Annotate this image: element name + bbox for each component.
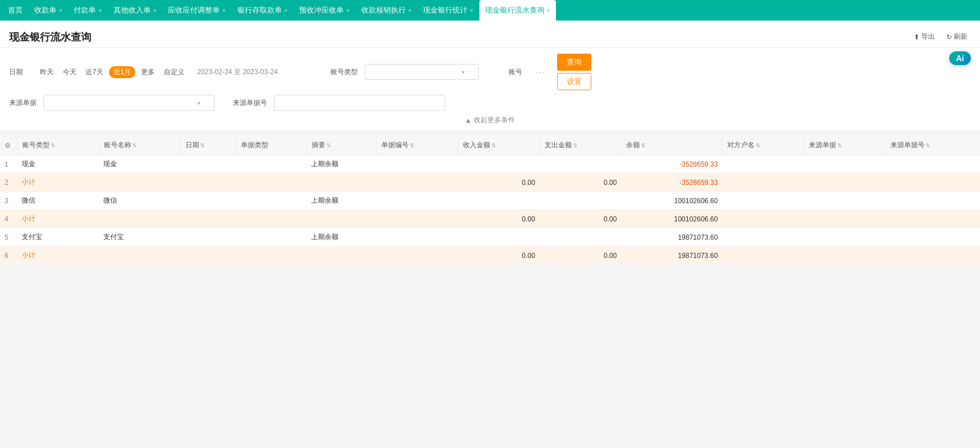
row-counterpart [723, 210, 804, 228]
col-source-doc[interactable]: 来源单据⇅ [804, 136, 886, 155]
table-header-row: ⚙ 账号类型⇅ 账号名称⇅ 日期⇅ 单据类型 摘要⇅ 单据编号⇅ 收入金额⇅ 支… [0, 136, 980, 155]
close-icon[interactable]: × [222, 7, 225, 14]
filter-row-date: 日期 昨天 今天 近7天 近1月 更多 自定义 2023-02-24 至 202… [9, 54, 971, 90]
col-account-type[interactable]: 账号类型⇅ [17, 136, 99, 155]
row-expense: 0.00 [540, 210, 622, 228]
row-doc-number [377, 210, 458, 228]
row-source-doc-num [886, 228, 980, 247]
row-account-name: 微信 [99, 192, 180, 210]
row-number: 5 [0, 228, 17, 247]
page-title: 现金银行流水查询 [9, 30, 91, 44]
col-expense[interactable]: 支出金额⇅ [540, 136, 622, 155]
close-icon[interactable]: × [470, 7, 473, 14]
close-icon[interactable]: × [98, 7, 102, 14]
col-date[interactable]: 日期⇅ [180, 136, 236, 155]
row-doc-number [377, 247, 458, 265]
row-income: 0.00 [458, 247, 540, 265]
table-row: 1 现金 现金 上期余额 -3528659.33 [0, 155, 980, 173]
source-doc-number-input[interactable] [274, 95, 445, 111]
export-icon: ⬆ [914, 33, 919, 41]
row-balance: -3528659.33 [622, 173, 723, 192]
col-account-name[interactable]: 账号名称⇅ [99, 136, 180, 155]
table-row: 5 支付宝 支付宝 上期余额 19871073.60 [0, 228, 980, 247]
close-icon[interactable]: × [59, 7, 62, 14]
table-row: 3 微信 微信 上期余额 100102606.60 [0, 192, 980, 210]
close-icon[interactable]: × [284, 7, 288, 14]
close-icon[interactable]: × [408, 7, 412, 14]
row-expense [540, 192, 622, 210]
refresh-button[interactable]: ↻ 刷新 [943, 31, 971, 43]
data-table-container: ⚙ 账号类型⇅ 账号名称⇅ 日期⇅ 单据类型 摘要⇅ 单据编号⇅ 收入金额⇅ 支… [0, 136, 980, 265]
ai-badge[interactable]: Ai [949, 51, 971, 65]
row-source-doc-num [886, 173, 980, 192]
source-doc-label: 来源单据 [9, 98, 37, 108]
date-label: 日期 [9, 67, 30, 77]
row-balance: 100102606.60 [622, 210, 723, 228]
col-gear: ⚙ [0, 136, 17, 155]
row-summary: 上期余额 [306, 155, 376, 173]
row-source-doc-num [886, 210, 980, 228]
row-doc-number [377, 173, 458, 192]
col-source-doc-num[interactable]: 来源单据号⇅ [886, 136, 980, 155]
row-account-type: 微信 [17, 192, 99, 210]
date-7days[interactable]: 近7天 [82, 66, 107, 78]
row-counterpart [723, 173, 804, 192]
row-date [180, 210, 236, 228]
row-date [180, 192, 236, 210]
col-summary[interactable]: 摘要⇅ [306, 136, 376, 155]
col-doc-number[interactable]: 单据编号⇅ [377, 136, 458, 155]
col-income[interactable]: 收入金额⇅ [458, 136, 540, 155]
date-yesterday[interactable]: 昨天 [37, 66, 57, 78]
close-icon[interactable]: × [346, 7, 349, 14]
row-income [458, 155, 540, 173]
nav-cash-bank-flow[interactable]: 现金银行流水查询 × [479, 0, 556, 21]
account-label: 账号 [509, 67, 529, 77]
row-summary: 上期余额 [306, 228, 376, 247]
date-more[interactable]: 更多 [138, 66, 158, 78]
row-account-type: 支付宝 [17, 228, 99, 247]
page-header: 现金银行流水查询 ⬆ 导出 ↻ 刷新 [0, 21, 980, 48]
date-today[interactable]: 今天 [59, 66, 80, 78]
close-icon[interactable]: × [153, 7, 156, 14]
row-source-doc [804, 192, 886, 210]
collapse-more-btn[interactable]: ▲ 收起更多条件 [9, 115, 971, 125]
row-doc-number [377, 192, 458, 210]
nav-bank-deposit[interactable]: 银行存取款单 × [232, 0, 293, 21]
col-counterpart[interactable]: 对方户名⇅ [723, 136, 804, 155]
nav-other-income[interactable]: 其他收入单 × [108, 0, 162, 21]
row-counterpart [723, 155, 804, 173]
nav-home[interactable]: 首页 [2, 0, 29, 21]
nav-payment[interactable]: 付款单 × [68, 0, 107, 21]
row-balance: 100102606.60 [622, 192, 723, 210]
nav-collection[interactable]: 收款核销执行 × [356, 0, 417, 21]
row-balance: -3528659.33 [622, 155, 723, 173]
query-button[interactable]: 查询 [557, 54, 591, 71]
nav-receipt[interactable]: 收款单 × [29, 0, 68, 21]
source-doc-select[interactable]: ▾ [43, 95, 215, 111]
row-income [458, 192, 540, 210]
row-number: 4 [0, 210, 17, 228]
row-summary [306, 247, 376, 265]
chevron-down-icon: ▾ [462, 69, 465, 75]
date-custom[interactable]: 自定义 [160, 66, 188, 78]
col-balance[interactable]: 余额⇅ [622, 136, 723, 155]
row-source-doc [804, 155, 886, 173]
settings-button[interactable]: 设置 [557, 73, 591, 90]
account-type-label: 账号类型 [330, 67, 358, 77]
row-source-doc-num [886, 247, 980, 265]
nav-cash-bank-stats[interactable]: 现金银行统计 × [417, 0, 479, 21]
gear-icon[interactable]: ⚙ [5, 142, 11, 150]
row-summary [306, 173, 376, 192]
row-expense: 0.00 [540, 247, 622, 265]
row-income: 0.00 [458, 173, 540, 192]
date-1month[interactable]: 近1月 [109, 66, 136, 78]
nav-adjustment[interactable]: 应收应付调整单 × [162, 0, 231, 21]
export-button[interactable]: ⬆ 导出 [910, 31, 938, 43]
account-type-select[interactable]: ▾ [365, 64, 479, 80]
table-row: 2 小计 0.00 0.00 -3528659.33 [0, 173, 980, 192]
row-source-doc [804, 173, 886, 192]
account-dots-button[interactable]: ··· [536, 67, 546, 76]
row-account-name [99, 210, 180, 228]
nav-advance[interactable]: 预收冲应收单 × [293, 0, 355, 21]
close-icon[interactable]: × [547, 7, 550, 14]
